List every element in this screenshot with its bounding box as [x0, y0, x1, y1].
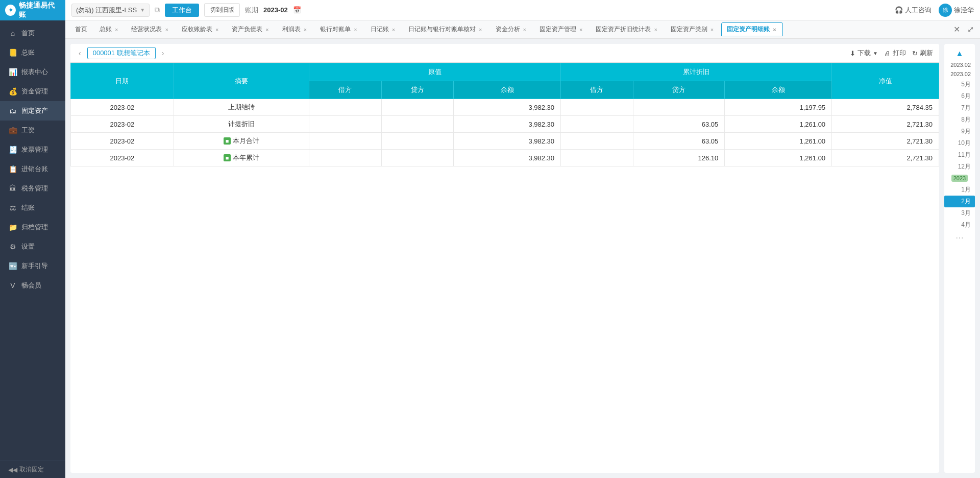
timeline-month-1[interactable]: 1月: [944, 184, 975, 196]
timeline-month-10[interactable]: 10月: [944, 137, 975, 149]
asset-panel: ‹ 000001 联想笔记本 › ⬇ 下载 ▼ 🖨 打印 ↻ 刷新: [70, 44, 939, 473]
tab-fund-analysis[interactable]: 资金分析 ×: [490, 22, 533, 36]
sidebar-item-funds[interactable]: 💰 资金管理: [0, 82, 65, 101]
tab-asset-mgmt[interactable]: 固定资产管理 ×: [534, 22, 589, 36]
tab-asset-cat[interactable]: 固定资产类别 ×: [665, 22, 720, 36]
tab-close-icon[interactable]: ×: [264, 26, 270, 33]
expand-icon[interactable]: ⤢: [965, 23, 976, 35]
cell-description: 计提折旧: [174, 116, 309, 133]
cell-orig-debit: [309, 116, 382, 133]
workspace-button[interactable]: 工作台: [165, 4, 199, 17]
company-selector[interactable]: (勿动) 江西服里-LSS ▼: [71, 4, 150, 17]
copy-icon[interactable]: ⧉: [155, 6, 160, 14]
sidebar-item-invoice[interactable]: 🧾 发票管理: [0, 140, 65, 159]
timeline-month-7[interactable]: 7月: [944, 102, 975, 114]
tab-profit[interactable]: 利润表 ×: [277, 22, 313, 36]
table-row: 2023-02 ■本月合计 3,982.30 63.05 1,261.00 2,…: [71, 133, 939, 150]
sidebar-item-label: 设置: [21, 242, 35, 251]
service-button[interactable]: 🎧 人工咨询: [895, 6, 932, 15]
calendar-icon[interactable]: 📅: [293, 6, 301, 14]
tab-balance[interactable]: 资产负债表 ×: [226, 22, 275, 36]
nav-prev-button[interactable]: ‹: [77, 48, 83, 58]
cell-accum-debit: [561, 99, 633, 116]
tab-ledger[interactable]: 总账 ×: [94, 22, 125, 36]
sidebar-item-settings[interactable]: ⚙ 设置: [0, 237, 65, 256]
company-name: (勿动) 江西服里-LSS: [76, 6, 137, 15]
col-orig-debit: 借方: [309, 81, 382, 99]
tab-business[interactable]: 经营状况表 ×: [126, 22, 175, 36]
col-net-value: 净值: [832, 63, 939, 99]
sidebar-unpin[interactable]: ◀◀ 取消固定: [0, 461, 65, 478]
timeline-month-2[interactable]: 2月: [944, 196, 975, 207]
period-value: 2023-02: [263, 6, 288, 14]
user-info[interactable]: 徐 徐泾华: [939, 4, 974, 17]
sidebar-item-settlement[interactable]: ⚖ 结账: [0, 198, 65, 218]
dropdown-icon: ▼: [873, 51, 878, 56]
tab-close-icon[interactable]: ×: [653, 26, 658, 33]
timeline-month-8[interactable]: 8月: [944, 114, 975, 126]
tab-label: 资金分析: [496, 25, 520, 34]
sidebar-item-ledger[interactable]: 📒 总账: [0, 43, 65, 62]
timeline-month-4[interactable]: 4月: [944, 219, 975, 231]
tab-asset-depr[interactable]: 固定资产折旧统计表 ×: [590, 22, 664, 36]
tab-close-icon[interactable]: ×: [391, 26, 396, 33]
tab-home[interactable]: 首页: [69, 22, 93, 36]
timeline-month-5[interactable]: 5月: [944, 79, 975, 90]
print-label: 打印: [893, 49, 906, 58]
sidebar-item-label: 总账: [21, 48, 35, 57]
reports-icon: 📊: [8, 68, 17, 76]
sidebar-item-member[interactable]: V 畅会员: [0, 276, 65, 295]
tab-close-icon[interactable]: ×: [478, 26, 483, 33]
tab-close-icon[interactable]: ×: [522, 26, 527, 33]
tab-label: 固定资产明细账: [727, 25, 770, 34]
cell-orig-credit: [381, 133, 454, 150]
refresh-button[interactable]: ↻ 刷新: [912, 49, 933, 58]
timeline-up-button[interactable]: ▲: [953, 47, 966, 60]
sidebar-item-tax[interactable]: 🏛 税务管理: [0, 179, 65, 198]
tab-close-icon[interactable]: ×: [353, 26, 358, 33]
sidebar-item-reports[interactable]: 📊 报表中心: [0, 62, 65, 82]
table-container: 日期 摘要 原值 累计折旧 净值 借方 贷方 余额 借方 贷方 余额: [70, 63, 939, 473]
sidebar-item-assets[interactable]: 🗂 固定资产: [0, 101, 65, 121]
timeline-month-12[interactable]: 12月: [944, 161, 975, 173]
tab-close-icon[interactable]: ×: [164, 26, 169, 33]
table-row: 2023-02 ■本年累计 3,982.30 126.10 1,261.00 2…: [71, 150, 939, 166]
tab-label: 资产负债表: [232, 25, 262, 34]
tab-close-icon[interactable]: ×: [578, 26, 583, 33]
tab-asset-detail[interactable]: 固定资产明细账 ×: [721, 22, 782, 36]
tab-label: 日记账与银行对账单核对: [408, 25, 476, 34]
tab-close-icon[interactable]: ×: [303, 26, 308, 33]
tab-bank-check[interactable]: 日记账与银行对账单核对 ×: [403, 22, 488, 36]
download-button[interactable]: ⬇ 下载 ▼: [850, 49, 878, 58]
cell-net-value: 2,721.30: [832, 133, 939, 150]
sidebar-item-home[interactable]: ⌂ 首页: [0, 23, 65, 43]
tabbar-controls: ✕ ⤢: [951, 23, 976, 35]
sales-icon: 📋: [8, 165, 17, 173]
nav-next-button[interactable]: ›: [160, 48, 166, 58]
tab-close-icon[interactable]: ×: [214, 26, 219, 33]
sidebar-item-payroll[interactable]: 💼 工资: [0, 121, 65, 140]
timeline-month-9[interactable]: 9月: [944, 126, 975, 137]
tab-close-icon[interactable]: ×: [772, 26, 777, 33]
timeline-month-6[interactable]: 6月: [944, 90, 975, 102]
sidebar-item-guide[interactable]: 🆕 新手引导: [0, 256, 65, 276]
old-version-button[interactable]: 切到旧版: [204, 3, 240, 17]
timeline-month-3[interactable]: 3月: [944, 207, 975, 219]
timeline-month-11[interactable]: 11月: [944, 149, 975, 161]
sidebar-item-archive[interactable]: 📁 归档管理: [0, 218, 65, 237]
assets-icon: 🗂: [8, 107, 17, 115]
sidebar-item-sales[interactable]: 📋 进销台账: [0, 159, 65, 179]
tab-journal[interactable]: 日记账 ×: [365, 22, 402, 36]
logo-icon: ✦: [5, 5, 16, 16]
tab-bank[interactable]: 银行对账单 ×: [314, 22, 363, 36]
timeline-panel: ▲ 2023.02 2023.02 5月 6月 7月 8月 9月 10月 11月…: [944, 44, 975, 473]
print-button[interactable]: 🖨 打印: [884, 49, 906, 58]
download-icon: ⬇: [850, 50, 855, 57]
tab-receivable[interactable]: 应收账龄表 ×: [176, 22, 225, 36]
sidebar-item-label: 报表中心: [21, 67, 48, 77]
tab-close-icon[interactable]: ×: [114, 26, 119, 33]
sidebar-item-label: 结账: [21, 203, 35, 212]
timeline-more-icon[interactable]: ⋯: [953, 231, 966, 245]
close-tab-icon[interactable]: ✕: [951, 23, 962, 35]
tab-close-icon[interactable]: ×: [709, 26, 715, 33]
